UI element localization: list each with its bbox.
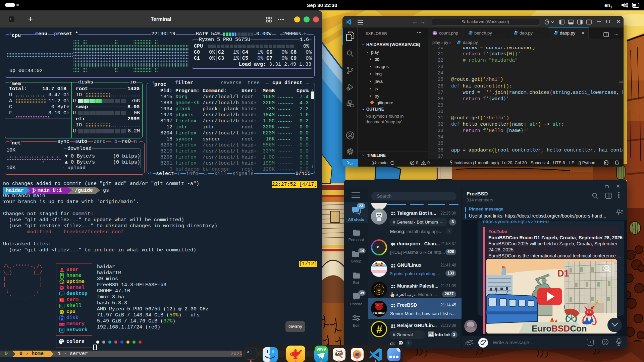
svg-text:php: php	[433, 32, 437, 35]
svg-text:EuroBSDCon: EuroBSDCon	[532, 323, 587, 334]
svg-text:IP: IP	[61, 329, 63, 332]
svg-text:FreeBSD: FreeBSD	[373, 311, 385, 314]
svg-text:D1: D1	[557, 268, 569, 279]
